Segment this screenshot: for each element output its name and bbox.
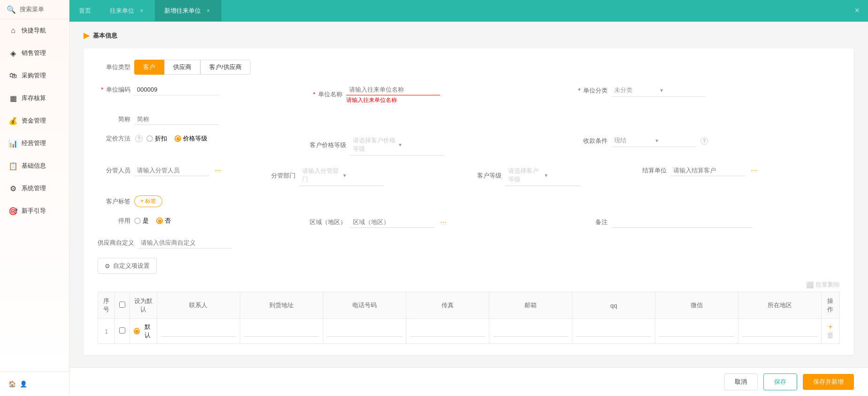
customer-price-chevron-icon: ▼ [398,142,441,148]
supplier-custom-row: 供应商自定义 [98,237,840,248]
fax-input[interactable] [410,326,485,337]
unit-code-input[interactable] [134,84,219,95]
code-label-text: 单位编码 [106,86,130,93]
disable-label: 停用 [98,217,130,225]
col-header-3: 联系人 [157,292,240,319]
save-new-button[interactable]: 保存并新增 [803,374,854,390]
sidebar-item-inventory[interactable]: ▦ 库存核算 [0,87,69,109]
customer-price-label: 客户价格等级 [310,141,346,149]
disable-area-row: 停用 是 否 区域（地区） ··· [98,217,840,228]
supplier-custom-field: 供应商自定义 [98,237,840,248]
sidebar-item-quick-nav[interactable]: ⌂ 快捷导航 [0,19,69,42]
area-more-icon[interactable]: ··· [438,218,448,226]
disable-no-radio[interactable]: 否 [156,217,171,225]
dept-field: 分管部门 请输入分管部门 ▼ [263,165,469,186]
search-menu[interactable]: 🔍 搜索菜单 [0,0,69,19]
basic-info-icon: 📋 [8,161,18,171]
pricing-help-icon[interactable]: ? [135,135,143,142]
save-button[interactable]: 保存 [763,373,797,390]
dept-placeholder: 请输入分管部门 [302,167,341,184]
abbr-input[interactable] [134,114,219,125]
table-body: 1 默认 [98,319,840,344]
home-icon: 🏠 [8,380,16,388]
tag-label: 客户标签 [98,197,130,206]
tab-home[interactable]: 首页 [69,0,100,21]
sidebar-item-operations[interactable]: 📊 经营管理 [0,132,69,155]
col-header-10: 所在地区 [738,292,821,319]
region-input[interactable] [742,326,817,337]
manager-more-icon[interactable]: ··· [213,166,223,175]
sidebar-item-basic-info[interactable]: 📋 基础信息 [0,155,69,177]
customer-price-select[interactable]: 请选择客户价格等级 ▼ [350,134,444,155]
payment-terms-select[interactable]: 现结 ▼ [611,134,696,147]
sidebar-item-sales[interactable]: ◈ 销售管理 [0,42,69,64]
col-header-8: qq [572,292,655,319]
cancel-button[interactable]: 取消 [724,373,758,390]
unit-category-select[interactable]: 未分类 ▼ [611,84,705,97]
col-header-6: 传真 [406,292,489,319]
type-btn-supplier[interactable]: 供应商 [164,60,200,75]
add-tag-button[interactable]: + 标签 [134,195,162,207]
select-all-checkbox[interactable] [119,302,125,308]
batch-delete-button[interactable]: ⬜ 批量删除 [806,280,840,289]
sidebar-bottom-left[interactable]: 🏠 👤 [0,376,69,392]
tab-close-new-contact[interactable]: × [205,7,212,15]
fax [406,319,489,344]
level-radio-circle [175,135,181,142]
disable-no-circle [156,217,163,224]
phone [323,319,406,344]
delete-row-icon[interactable]: 🗑 [827,331,834,339]
main-area: 首页往来单位×新增往来单位× × ▶ 基本信息 单位类型 客户 供应商 客户/供… [69,0,868,396]
default-radio[interactable]: 默认 [134,323,153,340]
dept-select[interactable]: 请输入分管部门 ▼ [299,165,384,186]
settlement-field: 结算单位 ··· [634,165,840,176]
supplier-custom-input[interactable] [138,237,232,248]
type-btn-both[interactable]: 客户/供应商 [200,60,251,75]
settlement-input[interactable] [670,165,746,176]
add-row-icon[interactable]: + [828,323,832,331]
email-input[interactable] [493,326,568,337]
manager-field: 分管人员 ··· [98,165,263,176]
pricing-level-radio[interactable]: 价格等级 [175,134,207,143]
tab-new-contact[interactable]: 新增往来单位× [155,0,221,21]
settlement-more-icon[interactable]: ··· [749,166,759,175]
contact-person-input[interactable] [161,326,236,337]
qq-input[interactable] [576,326,651,337]
sales-icon: ◈ [8,48,18,58]
col-header-9: 微信 [655,292,738,319]
tab-contacts[interactable]: 往来单位× [100,0,155,21]
type-btn-customer[interactable]: 客户 [134,60,164,75]
sidebar-item-guide[interactable]: 🎯 新手引导 [0,200,69,222]
pricing-discount-radio[interactable]: 折扣 [146,134,167,143]
code-name-category-row: * 单位编码 * 单位名称 请输入往来单位名称 [98,84,840,104]
sidebar-item-system[interactable]: ⚙ 系统管理 [0,177,69,200]
sidebar-item-purchase[interactable]: 🛍 采购管理 [0,64,69,87]
row-actions: + 🗑 [821,319,839,344]
delivery-address-input[interactable] [244,326,319,337]
area-input[interactable] [350,217,434,228]
remark-input[interactable] [611,217,752,228]
close-all-button[interactable]: × [846,6,868,16]
name-label-text: 单位名称 [318,91,343,98]
unit-name-input[interactable] [346,84,440,95]
abbr-label: 简称 [98,115,130,124]
email [489,319,572,344]
abbr-row: 简称 [98,114,840,125]
disable-radio-group: 是 否 [134,217,171,225]
phone-input[interactable] [327,326,402,337]
manager-input[interactable] [134,165,209,176]
sidebar: 🔍 搜索菜单 ⌂ 快捷导航 ◈ 销售管理 🛍 采购管理 ▦ 库存核算 💰 资金管… [0,0,69,396]
sidebar-item-finance[interactable]: 💰 资金管理 [0,109,69,132]
row-checkbox[interactable] [119,327,125,334]
wechat-input[interactable] [659,326,734,337]
customer-level-select[interactable]: 请选择客户等级 ▼ [505,165,580,186]
quick-nav-label: 快捷导航 [22,26,46,35]
disable-yes-radio[interactable]: 是 [134,217,149,225]
custom-settings-button[interactable]: ⚙ 自定义项设置 [98,258,157,274]
abbr-field: 简称 [98,114,840,125]
basic-info-label: 基础信息 [22,162,46,170]
pricing-row: 定价方法 ? 折扣 价格等级 客户价格等级 [98,134,840,155]
customer-price-field: 客户价格等级 请选择客户价格等级 ▼ [310,134,575,155]
tab-close-contacts[interactable]: × [138,7,145,15]
payment-help-icon[interactable]: ? [700,137,708,145]
